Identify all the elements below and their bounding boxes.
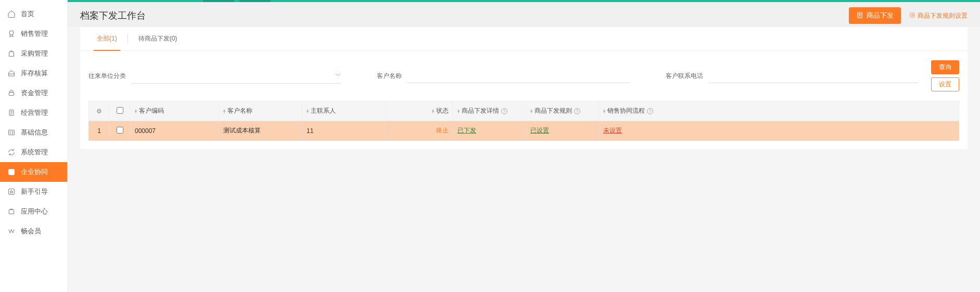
badge-icon xyxy=(7,30,16,38)
status-text: 终止 xyxy=(436,127,449,134)
sidebar-item-label: 首页 xyxy=(21,9,34,19)
col-contact[interactable]: 主联系人 xyxy=(302,101,386,121)
main: 档案下发工作台 商品下发 商品下发规则设置 全部(1) 待商品下发(0) xyxy=(68,0,980,292)
data-table: ⚙ 客户编码 客户名称 主联系人 状态 商品下发详情? 商品下发规则? 销售协同… xyxy=(88,101,959,141)
filter-label: 客户联系电话 xyxy=(666,72,703,81)
cycle-icon xyxy=(7,148,16,156)
tab-all[interactable]: 全部(1) xyxy=(88,27,125,50)
clipboard-icon xyxy=(7,109,16,117)
col-label: 客户名称 xyxy=(227,107,252,114)
col-status[interactable]: 状态 xyxy=(386,101,453,121)
dispatch-rule-link[interactable]: 已设置 xyxy=(530,127,549,134)
sidebar-item-label: 资金管理 xyxy=(21,88,48,98)
top-accent-bar xyxy=(68,0,980,2)
sidebar-item-purchase[interactable]: 采购管理 xyxy=(0,44,67,63)
sort-icon xyxy=(307,109,309,113)
cell-idx: 1 xyxy=(89,121,110,141)
cell-dispatch-detail: 已下发 xyxy=(453,121,526,141)
sidebar-item-apps[interactable]: 应用中心 xyxy=(0,202,67,221)
query-button[interactable]: 查询 xyxy=(931,60,959,74)
sidebar-item-funds[interactable]: 资金管理 xyxy=(0,83,67,103)
sidebar-item-enterprise[interactable]: 企业协同 xyxy=(0,162,67,182)
col-label: 状态 xyxy=(436,107,449,114)
sidebar-item-basic[interactable]: 基础信息 xyxy=(0,123,67,142)
category-select[interactable]: ﹀ xyxy=(131,68,341,84)
customer-name-input[interactable] xyxy=(407,69,630,83)
rule-settings-link[interactable]: 商品下发规则设置 xyxy=(909,11,968,20)
sidebar-item-label: 企业协同 xyxy=(21,167,48,177)
sort-icon xyxy=(457,109,460,113)
sidebar-item-sales[interactable]: 销售管理 xyxy=(0,24,67,44)
filter-customer-phone: 客户联系电话 xyxy=(666,69,919,83)
sidebar: 首页 销售管理 采购管理 库存核算 资金管理 经营管理 基础信息 系统管理 xyxy=(0,0,68,292)
filter-category: 往来单位分类 ﹀ xyxy=(88,68,341,84)
tab-pending[interactable]: 待商品下发(0) xyxy=(130,27,186,50)
dispatch-button[interactable]: 商品下发 xyxy=(849,7,901,24)
filter-actions: 查询 设置 xyxy=(931,60,959,91)
svg-rect-4 xyxy=(9,169,15,175)
select-all-checkbox[interactable] xyxy=(117,107,123,114)
cell-check xyxy=(110,121,131,141)
money-icon xyxy=(7,89,16,97)
svg-point-0 xyxy=(9,31,14,35)
tabs: 全部(1) 待商品下发(0) xyxy=(80,27,968,51)
col-name[interactable]: 客户名称 xyxy=(219,101,302,121)
help-icon[interactable]: ? xyxy=(501,108,507,114)
cell-name: 测试成本核算 xyxy=(219,121,302,141)
cell-status: 终止 xyxy=(386,121,453,141)
content-card: 全部(1) 待商品下发(0) 往来单位分类 ﹀ 客户名称 xyxy=(80,27,968,149)
house-icon xyxy=(7,69,16,77)
row-checkbox[interactable] xyxy=(117,127,123,134)
help-icon[interactable]: ? xyxy=(574,108,580,114)
customer-phone-input[interactable] xyxy=(708,69,919,83)
reset-button[interactable]: 设置 xyxy=(931,77,959,91)
tab-divider xyxy=(128,34,128,43)
col-label: 主联系人 xyxy=(311,107,336,114)
svg-rect-8 xyxy=(910,13,914,17)
sidebar-item-label: 库存核算 xyxy=(21,69,48,78)
cell-sales-flow: 未设置 xyxy=(599,121,959,141)
gear-icon xyxy=(909,12,915,20)
gear-icon[interactable]: ⚙ xyxy=(96,108,102,115)
home-icon xyxy=(7,10,16,18)
cell-contact: 11 xyxy=(302,121,386,141)
table-row[interactable]: 1 000007 测试成本核算 11 终止 已下发 已设置 未设置 xyxy=(89,121,959,141)
tab-label: 待商品下发(0) xyxy=(138,35,177,42)
dispatch-detail-link[interactable]: 已下发 xyxy=(457,127,476,134)
filter-bar: 往来单位分类 ﹀ 客户名称 客户联系电话 查询 xyxy=(80,51,968,101)
col-label: 商品下发规则 xyxy=(534,107,572,114)
sort-icon xyxy=(432,109,434,113)
col-label: 销售协同流程 xyxy=(607,107,645,114)
sidebar-item-system[interactable]: 系统管理 xyxy=(0,142,67,162)
cell-code: 000007 xyxy=(131,121,219,141)
appstore-icon xyxy=(7,207,16,216)
header-actions: 商品下发 商品下发规则设置 xyxy=(849,7,968,24)
sidebar-item-guide[interactable]: 新手引导 xyxy=(0,182,67,202)
col-dispatch-detail[interactable]: 商品下发详情? xyxy=(453,101,526,121)
col-check xyxy=(110,101,131,121)
page-header: 档案下发工作台 商品下发 商品下发规则设置 xyxy=(68,2,980,27)
sidebar-item-label: 采购管理 xyxy=(21,49,48,58)
sidebar-item-label: 销售管理 xyxy=(21,29,48,38)
filter-label: 往来单位分类 xyxy=(88,72,126,81)
help-icon[interactable]: ? xyxy=(647,108,653,114)
sales-flow-link[interactable]: 未设置 xyxy=(603,127,622,134)
sort-icon xyxy=(530,109,532,113)
sidebar-item-vip[interactable]: 畅会员 xyxy=(0,221,67,241)
sidebar-item-label: 系统管理 xyxy=(21,148,48,157)
svg-rect-6 xyxy=(9,210,14,214)
svg-rect-3 xyxy=(9,130,15,135)
cell-dispatch-rule: 已设置 xyxy=(526,121,599,141)
col-dispatch-rule[interactable]: 商品下发规则? xyxy=(526,101,599,121)
chevron-down-icon: ﹀ xyxy=(335,71,341,80)
col-code[interactable]: 客户编码 xyxy=(131,101,219,121)
sidebar-item-inventory[interactable]: 库存核算 xyxy=(0,63,67,83)
sidebar-item-business[interactable]: 经营管理 xyxy=(0,103,67,123)
col-sales-flow[interactable]: 销售协同流程? xyxy=(599,101,959,121)
sidebar-item-home[interactable]: 首页 xyxy=(0,4,67,24)
page-title: 档案下发工作台 xyxy=(80,9,146,22)
star-icon xyxy=(7,188,16,196)
filter-customer-name: 客户名称 xyxy=(377,69,630,83)
list-icon xyxy=(7,128,16,137)
col-label: 商品下发详情 xyxy=(462,107,499,114)
